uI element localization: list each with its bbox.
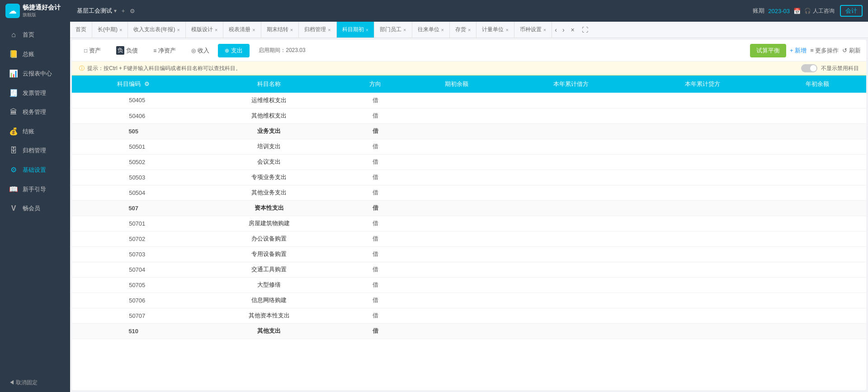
td-balance-0 bbox=[408, 93, 506, 108]
sidebar-item-invoice[interactable]: 🧾 发票管理 bbox=[0, 83, 70, 103]
tab-income-report[interactable]: 收入支出表(年报) × bbox=[128, 22, 185, 38]
tab-next-btn[interactable]: › bbox=[560, 22, 567, 38]
tab-subject-init[interactable]: 科目期初 × bbox=[337, 22, 374, 38]
table-row[interactable]: 510 其他支出 借 bbox=[72, 323, 866, 339]
table-row[interactable]: 50702 办公设备购置 借 bbox=[72, 231, 866, 246]
table-row[interactable]: 50706 信息网络购建 借 bbox=[72, 293, 866, 308]
tab-archive-mgmt-close[interactable]: × bbox=[328, 27, 330, 33]
tab-unit[interactable]: 计量单位 × bbox=[476, 22, 514, 38]
td-code-5: 50503 bbox=[72, 170, 195, 185]
sidebar-item-tax[interactable]: 🏛 税务管理 bbox=[0, 103, 70, 122]
tab-inventory-close[interactable]: × bbox=[468, 27, 471, 33]
td-name-15: 其他支出 bbox=[195, 323, 343, 339]
table-row[interactable]: 50703 专用设备购置 借 bbox=[72, 246, 866, 262]
table-wrapper[interactable]: 科目编码 ⚙ 科目名称 方向 期初余额 本年累计借方 本年累计贷方 年初余额 bbox=[72, 76, 866, 390]
refresh-btn[interactable]: ↺ 刷新 bbox=[842, 47, 861, 55]
sidebar-label-invoice: 发票管理 bbox=[23, 89, 46, 97]
sub-tab-liability[interactable]: 负 负债 bbox=[109, 43, 145, 57]
add-company-btn[interactable]: ＋ bbox=[120, 7, 126, 15]
balance-btn[interactable]: 试算平衡 bbox=[750, 44, 786, 57]
hint-icon: ⓘ bbox=[79, 65, 85, 72]
sidebar-item-settings[interactable]: ⚙ 基础设置 bbox=[0, 160, 70, 179]
company-dropdown-arrow[interactable]: ▾ bbox=[114, 8, 117, 14]
add-btn[interactable]: + 新增 bbox=[790, 47, 807, 55]
sub-tab-income[interactable]: ◎ 收入 bbox=[184, 44, 216, 57]
tab-expand-btn[interactable]: ⛶ bbox=[579, 22, 591, 38]
tab-home[interactable]: 首页 bbox=[70, 22, 92, 38]
tab-period-end-close[interactable]: × bbox=[290, 27, 293, 33]
tab-close-all-btn[interactable]: × bbox=[567, 22, 578, 38]
toggle-disabled-switch[interactable] bbox=[801, 64, 817, 72]
table-row[interactable]: 50504 其他业务支出 借 bbox=[72, 185, 866, 200]
tab-dept[interactable]: 部门员工 × bbox=[374, 22, 412, 38]
sidebar-item-archive[interactable]: 🗄 归档管理 bbox=[0, 141, 70, 160]
tab-subject-init-close[interactable]: × bbox=[366, 27, 368, 33]
sub-tab-expense[interactable]: ⊕ 支出 bbox=[218, 44, 250, 57]
table-row[interactable]: 50406 其他维权支出 借 bbox=[72, 108, 866, 123]
tab-template[interactable]: 模版设计 × bbox=[186, 22, 223, 38]
th-name: 科目名称 bbox=[195, 76, 343, 93]
reports-icon: 📊 bbox=[9, 69, 18, 78]
table-row[interactable]: 507 资本性支出 借 bbox=[72, 200, 866, 216]
sub-tab-asset[interactable]: □ 资产 bbox=[77, 44, 108, 57]
sidebar-collapse-btn[interactable]: ◀ 取消固定 bbox=[0, 373, 70, 392]
td-dir-9: 借 bbox=[343, 231, 407, 246]
td-balance-5 bbox=[408, 170, 506, 185]
sidebar-label-archive: 归档管理 bbox=[23, 146, 46, 155]
tab-tax-list-close[interactable]: × bbox=[252, 27, 255, 33]
td-credit-year-1 bbox=[637, 108, 769, 123]
table-row[interactable]: 50503 专项业务支出 借 bbox=[72, 170, 866, 185]
sidebar-item-reports[interactable]: 📊 云报表中心 bbox=[0, 64, 70, 83]
tab-inventory[interactable]: 存货 × bbox=[450, 22, 476, 38]
column-settings-icon[interactable]: ⚙ bbox=[144, 80, 150, 87]
td-balance-1 bbox=[408, 108, 506, 123]
tab-template-close[interactable]: × bbox=[215, 27, 217, 33]
calendar-icon[interactable]: 📅 bbox=[793, 8, 801, 14]
td-name-2: 业务支出 bbox=[195, 123, 343, 139]
tab-midterm-close[interactable]: × bbox=[119, 27, 122, 33]
tab-dept-close[interactable]: × bbox=[403, 27, 406, 33]
table-row[interactable]: 50705 大型修缮 借 bbox=[72, 277, 866, 293]
table-row[interactable]: 50405 运维维权支出 借 bbox=[72, 93, 866, 108]
tab-prev-btn[interactable]: ‹ bbox=[552, 22, 560, 38]
td-year-balance-3 bbox=[768, 139, 866, 154]
more-btn[interactable]: ≡ 更多操作 bbox=[810, 47, 839, 55]
td-dir-7: 借 bbox=[343, 200, 407, 216]
td-name-14: 其他资本性支出 bbox=[195, 308, 343, 323]
collapse-label: ◀ 取消固定 bbox=[9, 379, 38, 387]
td-debit-year-15 bbox=[505, 323, 637, 339]
tab-currency[interactable]: 币种设置 × bbox=[514, 22, 552, 38]
td-credit-year-13 bbox=[637, 293, 769, 308]
period-value: 2023-03 bbox=[768, 8, 790, 14]
tab-tax-list[interactable]: 税表清册 × bbox=[223, 22, 261, 38]
sub-tab-equity[interactable]: ≡ 净资产 bbox=[146, 44, 183, 57]
sidebar-item-member[interactable]: V 畅会员 bbox=[0, 199, 70, 218]
tab-contacts-close[interactable]: × bbox=[441, 27, 444, 33]
sidebar-item-settle[interactable]: 💰 结账 bbox=[0, 122, 70, 141]
td-year-balance-14 bbox=[768, 308, 866, 323]
help-button[interactable]: 🎧 人工咨询 bbox=[804, 7, 835, 15]
sidebar-item-guide[interactable]: 📖 新手引导 bbox=[0, 179, 70, 199]
table-row[interactable]: 50704 交通工具购置 借 bbox=[72, 262, 866, 277]
company-name[interactable]: 基层工会测试 ▾ ＋ ⚙ bbox=[77, 7, 749, 15]
tab-archive-mgmt[interactable]: 归档管理 × bbox=[299, 22, 336, 38]
td-dir-12: 借 bbox=[343, 277, 407, 293]
table-row[interactable]: 50501 培训支出 借 bbox=[72, 139, 866, 154]
table-row[interactable]: 50502 会议支出 借 bbox=[72, 154, 866, 170]
tab-midterm[interactable]: 长(中期) × bbox=[92, 22, 128, 38]
tab-income-report-close[interactable]: × bbox=[177, 27, 179, 33]
tab-unit-close[interactable]: × bbox=[505, 27, 508, 33]
settings-gear-icon[interactable]: ⚙ bbox=[130, 8, 135, 14]
sidebar-item-ledger[interactable]: 📒 总账 bbox=[0, 44, 70, 64]
tab-period-end[interactable]: 期末结转 × bbox=[261, 22, 299, 38]
tab-currency-close[interactable]: × bbox=[543, 27, 546, 33]
invoice-icon: 🧾 bbox=[9, 89, 18, 97]
account-button[interactable]: 会计 bbox=[840, 5, 863, 17]
table-row[interactable]: 505 业务支出 借 bbox=[72, 123, 866, 139]
table-row[interactable]: 50701 房屋建筑物购建 借 bbox=[72, 216, 866, 231]
sidebar-label-ledger: 总账 bbox=[23, 50, 34, 58]
sidebar-item-home[interactable]: ⌂ 首页 bbox=[0, 25, 70, 44]
th-balance: 期初余额 bbox=[408, 76, 506, 93]
tab-contacts[interactable]: 往来单位 × bbox=[412, 22, 450, 38]
table-row[interactable]: 50707 其他资本性支出 借 bbox=[72, 308, 866, 323]
